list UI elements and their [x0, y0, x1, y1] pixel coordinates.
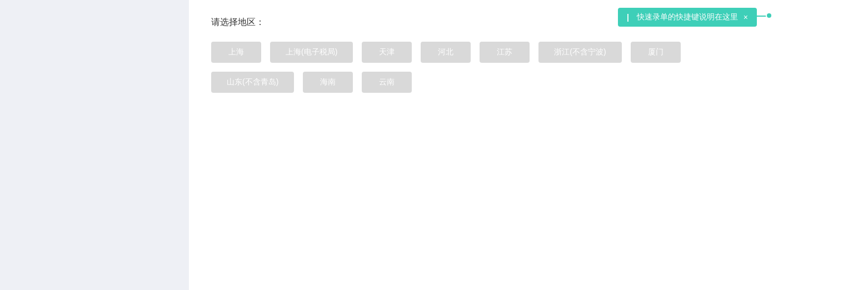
sidebar [0, 0, 189, 290]
region-button-hainan[interactable]: 海南 [303, 72, 353, 93]
region-button-yunnan[interactable]: 云南 [362, 72, 412, 93]
tooltip-banner: 快速录单的快捷键说明在这里 × [618, 8, 757, 27]
region-button-shandong[interactable]: 山东(不含青岛) [211, 72, 294, 93]
region-row-2: 山东(不含青岛)海南云南 [211, 72, 846, 93]
main-content: 请选择地区： 上海上海(电子税局)天津河北江苏浙江(不含宁波)厦门 山东(不含青… [189, 0, 868, 290]
region-button-jiangsu[interactable]: 江苏 [480, 42, 530, 63]
tooltip-close-button[interactable]: × [744, 13, 748, 21]
region-button-shanghai-etax[interactable]: 上海(电子税局) [270, 42, 353, 63]
region-button-zhejiang[interactable]: 浙江(不含宁波) [538, 42, 621, 63]
tooltip-text: 快速录单的快捷键说明在这里 [637, 12, 738, 22]
tooltip-dot [766, 12, 772, 19]
region-row-1: 上海上海(电子税局)天津河北江苏浙江(不含宁波)厦门 [211, 42, 846, 63]
region-button-xiamen[interactable]: 厦门 [631, 42, 681, 63]
region-button-hebei[interactable]: 河北 [421, 42, 471, 63]
region-button-shanghai[interactable]: 上海 [211, 42, 261, 63]
region-button-tianjin[interactable]: 天津 [362, 42, 412, 63]
